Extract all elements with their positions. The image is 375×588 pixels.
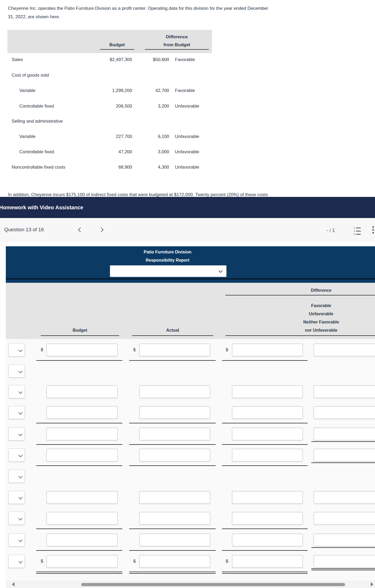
- dollar-sign: $: [226, 347, 228, 353]
- total-rule: [129, 573, 216, 574]
- homework-title: Homework with Video Assistance: [0, 205, 83, 211]
- direction-input[interactable]: [314, 428, 375, 440]
- homework-title-bar: Homework with Video Assistance: [0, 197, 375, 218]
- row-label: Variable: [19, 88, 35, 93]
- difference-input[interactable]: [232, 512, 303, 525]
- budget-column-underline: [41, 335, 119, 336]
- chevron-down-icon: [18, 369, 23, 373]
- direction-value: Favorable: [175, 57, 195, 62]
- direction-input[interactable]: [314, 491, 375, 504]
- difference-value: 3,200: [124, 104, 169, 109]
- total-rule: [36, 572, 122, 572]
- account-select[interactable]: [8, 470, 25, 483]
- account-select[interactable]: [8, 533, 25, 547]
- budget-input[interactable]: [47, 555, 118, 568]
- dollar-sign: $: [226, 559, 228, 564]
- actual-input[interactable]: [139, 449, 210, 461]
- account-select[interactable]: [8, 491, 25, 504]
- difference-value: 6,100: [124, 134, 169, 139]
- budget-column-label: Budget: [41, 328, 119, 333]
- report-navy-strip: [6, 279, 375, 283]
- difference-input[interactable]: [232, 534, 303, 546]
- direction-input[interactable]: [314, 534, 375, 546]
- budget-input[interactable]: [47, 512, 118, 525]
- more-options-icon[interactable]: [372, 226, 374, 235]
- direction-input[interactable]: [314, 344, 375, 356]
- actual-input[interactable]: [139, 344, 210, 356]
- difference-value: 3,000: [124, 149, 169, 155]
- direction-column-underline: [225, 335, 375, 336]
- budget-input[interactable]: [47, 491, 118, 504]
- chevron-down-icon: [18, 496, 23, 500]
- row-label: Variable: [19, 134, 35, 139]
- difference-input[interactable]: [232, 385, 303, 398]
- total-rule: [311, 462, 375, 463]
- actual-input[interactable]: [139, 385, 210, 398]
- report-header-band: Patio Furniture Division Responsibility …: [6, 246, 375, 279]
- budget-input[interactable]: [47, 449, 118, 461]
- difference-input[interactable]: [232, 491, 303, 504]
- account-select[interactable]: [8, 427, 25, 441]
- scroll-right-arrow-icon[interactable]: [371, 582, 373, 586]
- difference-input[interactable]: [232, 555, 303, 568]
- direction-header-line4: nor Unfavorable: [225, 328, 375, 333]
- budget-input[interactable]: [47, 428, 118, 440]
- account-select[interactable]: [8, 555, 25, 568]
- difference-input[interactable]: [232, 428, 303, 440]
- total-rule: [129, 572, 216, 572]
- previous-question-button[interactable]: [78, 227, 83, 232]
- account-select[interactable]: [8, 448, 25, 462]
- horizontal-scrollbar[interactable]: [6, 581, 375, 588]
- account-select[interactable]: [8, 343, 25, 356]
- chevron-down-icon: [18, 474, 23, 479]
- dollar-sign: $: [133, 347, 136, 353]
- direction-input[interactable]: [314, 406, 375, 419]
- report-title-line1: Patio Furniture Division: [6, 248, 329, 256]
- direction-input[interactable]: [314, 449, 375, 461]
- actual-column-underline: [132, 335, 213, 336]
- actual-input[interactable]: [139, 491, 210, 504]
- account-select[interactable]: [8, 385, 25, 398]
- next-question-button[interactable]: [99, 227, 103, 232]
- total-rule: [129, 550, 216, 551]
- budget-input[interactable]: [47, 406, 118, 419]
- direction-value: Unfavorable: [175, 149, 199, 155]
- chevron-down-icon: [18, 348, 23, 352]
- question-list-icon[interactable]: 1 2 3: [354, 227, 361, 236]
- budget-input[interactable]: [47, 344, 118, 356]
- account-select[interactable]: [8, 364, 25, 378]
- total-rule: [222, 444, 308, 445]
- report-type-select[interactable]: [110, 265, 226, 277]
- chevron-down-icon: [18, 453, 23, 457]
- scroll-left-arrow-icon[interactable]: [12, 582, 15, 586]
- total-rule: [36, 573, 122, 574]
- account-select[interactable]: [8, 406, 25, 419]
- scrollbar-thumb[interactable]: [81, 583, 345, 586]
- direction-value: Unfavorable: [175, 134, 199, 139]
- actual-input[interactable]: [139, 428, 210, 440]
- account-select[interactable]: [8, 512, 25, 525]
- direction-input[interactable]: [314, 512, 375, 525]
- difference-input[interactable]: [232, 406, 303, 419]
- budget-input[interactable]: [47, 534, 118, 546]
- row-label: Selling and administrative: [12, 119, 63, 124]
- difference-input[interactable]: [232, 449, 303, 461]
- budget-input[interactable]: [47, 385, 118, 398]
- difference-column-header-line2: from Budget: [145, 42, 209, 48]
- difference-header-underline: [145, 49, 209, 50]
- difference-group-underline: [225, 295, 375, 295]
- dollar-sign: $: [41, 559, 43, 564]
- actual-input[interactable]: [139, 406, 210, 419]
- responsibility-report-panel: Patio Furniture Division Responsibility …: [6, 246, 375, 588]
- question-counter: Question 13 of 16: [4, 227, 44, 233]
- direction-input[interactable]: [314, 385, 375, 398]
- actual-input[interactable]: [139, 512, 210, 525]
- total-rule: [36, 550, 122, 551]
- total-rule: [311, 568, 375, 569]
- total-rule: [129, 444, 216, 445]
- difference-input[interactable]: [232, 344, 303, 356]
- actual-input[interactable]: [139, 534, 210, 546]
- direction-input[interactable]: [314, 555, 375, 568]
- difference-value: 42,700: [124, 88, 169, 93]
- actual-input[interactable]: [139, 555, 210, 568]
